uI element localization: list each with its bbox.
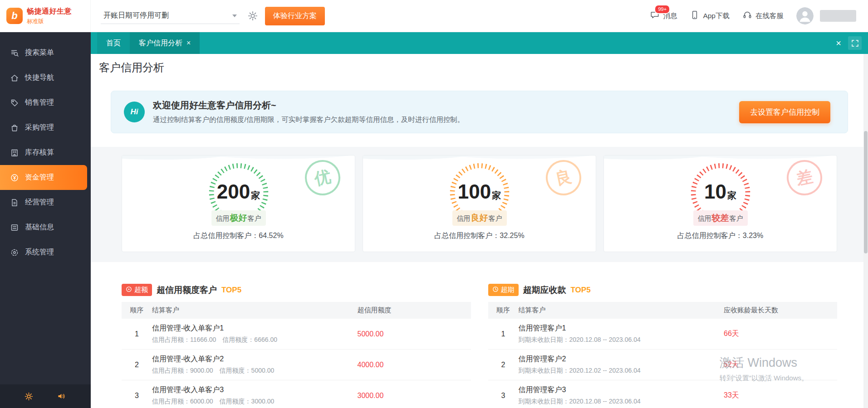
customer-detail: 信用占用额：9000.00 信用额度：5000.00: [152, 367, 353, 375]
top5-label: TOP5: [571, 286, 591, 295]
customer-detail: 到期未收款日期：2020.12.08 -- 2023.06.04: [519, 336, 720, 344]
vertical-scrollbar[interactable]: [863, 54, 868, 408]
table-heading: 超期 超期应收款 TOP5: [488, 284, 838, 296]
scrollbar-thumb[interactable]: [864, 131, 868, 253]
industry-solution-button[interactable]: 体验行业方案: [265, 7, 325, 25]
table-header: 顺序 结算客户 超信用额度: [122, 302, 471, 319]
phone-icon: [690, 10, 700, 22]
topbar-right-cluster: 99+ 消息 App下载 在线客服: [650, 7, 868, 24]
customer-name: 信用管理客户1: [519, 324, 720, 333]
messages-button[interactable]: 99+ 消息: [650, 10, 677, 22]
close-tab-icon[interactable]: ×: [186, 39, 191, 47]
column-header: 超信用额度: [358, 306, 471, 315]
customer-name: 信用管理客户2: [519, 355, 720, 364]
overdue-days-value: 33天: [724, 391, 837, 400]
banner-title: 欢迎使用好生意客户信用分析~: [153, 99, 464, 112]
customer-name: 信用管理-收入单客户2: [152, 355, 353, 364]
overdue-badge: 超期: [488, 284, 519, 296]
over-credit-value: 3000.00: [358, 392, 471, 400]
over-credit-table-section: 超额 超信用额度客户 TOP5 顺序 结算客户 超信用额度 1 信用管理-收入单…: [122, 284, 471, 408]
sidebar-item-label: 基础信息: [25, 223, 54, 232]
app-download-button[interactable]: App下载: [690, 10, 730, 22]
stamp-good: 良: [543, 157, 585, 199]
gauge-cards: 200家 信用极好客户 占总信用控制客户：64.52% 优 100家 信用良好: [122, 155, 837, 252]
stamp-excellent: 优: [302, 157, 344, 199]
tab-bar: 首页 客户信用分析 × ×: [91, 32, 868, 54]
sidebar-item-base-info[interactable]: 基础信息: [0, 215, 91, 240]
table-row: 2 信用管理客户2到期未收款日期：2020.12.02 -- 2023.06.0…: [488, 350, 838, 380]
top5-label: TOP5: [221, 286, 241, 295]
sidebar-item-sales[interactable]: 销售管理: [0, 90, 91, 115]
message-count-badge: 99+: [654, 5, 670, 14]
sidebar-item-label: 搜索菜单: [25, 48, 54, 58]
setup-credit-control-button[interactable]: 去设置客户信用控制: [739, 101, 830, 123]
overdue-days-value: 52天: [724, 360, 837, 369]
user-avatar[interactable]: [796, 7, 814, 24]
document-icon: [10, 198, 19, 207]
grade-badge: 信用极好客户: [211, 210, 266, 226]
brand[interactable]: b 畅捷通好生意 标准版: [0, 0, 91, 32]
tab-home[interactable]: 首页: [97, 32, 130, 54]
overdue-receivable-table: 顺序 结算客户 应收账龄最长天数 1 信用管理客户1到期未收款日期：2020.1…: [488, 302, 838, 408]
sidebar-item-operations[interactable]: 经营管理: [0, 190, 91, 215]
settings-gear-icon[interactable]: [248, 11, 258, 21]
sidebar-item-search-menu[interactable]: 搜索菜单: [0, 40, 91, 65]
customer-name: 信用管理-收入单客户3: [152, 385, 353, 395]
over-credit-value: 4000.00: [358, 361, 471, 369]
row-index: 3: [488, 392, 519, 400]
sidebar-item-label: 库存核算: [25, 148, 54, 157]
user-name-redacted: [820, 10, 856, 22]
over-credit-value: 5000.00: [358, 330, 471, 338]
table-row: 1 信用管理-收入单客户1信用占用额：11666.00 信用额度：6666.00…: [122, 319, 471, 350]
sidebar-item-purchase[interactable]: 采购管理: [0, 115, 91, 140]
sidebar-item-funds[interactable]: 资金管理: [0, 165, 87, 190]
over-credit-badge: 超额: [122, 284, 152, 296]
tab-actions: ×: [832, 32, 868, 54]
settings-gear-icon[interactable]: [25, 392, 33, 401]
target-icon: [126, 286, 132, 294]
stamp-poor: 差: [784, 157, 826, 199]
sidebar-item-label: 系统管理: [25, 248, 54, 257]
table-row: 3 信用管理-收入单客户3信用占用额：6000.00 信用额度：3000.00 …: [122, 380, 471, 408]
row-index: 3: [122, 392, 152, 400]
sidebar-bottom-bar: [0, 384, 91, 408]
customer-detail: 信用占用额：11666.00 信用额度：6666.00: [152, 336, 353, 344]
sidebar: 搜索菜单 快捷导航 销售管理 采购管理 库存核算 资金管理 经营管理 基础信息 …: [0, 32, 91, 408]
table-row: 1 信用管理客户1到期未收款日期：2020.12.08 -- 2023.06.0…: [488, 319, 838, 350]
row-index: 2: [122, 361, 152, 369]
account-date-dropdown[interactable]: 开账日期可停用可删: [101, 8, 240, 24]
fullscreen-icon[interactable]: [848, 36, 862, 50]
gauge-value: 100家: [441, 182, 518, 202]
grade-badge: 信用较差客户: [693, 210, 748, 226]
sidebar-item-label: 采购管理: [25, 123, 54, 132]
banner-section: Hi 欢迎使用好生意客户信用分析~ 通过控制结算客户的信用额度/信用期限，可实时…: [91, 81, 868, 147]
sidebar-item-label: 资金管理: [25, 173, 54, 182]
percent-label: 占总信用控制客户：3.23%: [677, 231, 763, 241]
system-icon: [10, 248, 19, 257]
app-download-label: App下载: [703, 11, 730, 21]
overdue-days-value: 66天: [724, 329, 837, 339]
page-title: 客户信用分析: [91, 54, 868, 81]
credit-card-excellent: 200家 信用极好客户 占总信用控制客户：64.52% 优: [122, 155, 355, 252]
brand-logo-icon: b: [6, 8, 23, 24]
tab-customer-credit-analysis[interactable]: 客户信用分析 ×: [130, 32, 200, 54]
chevron-down-icon: [232, 15, 237, 17]
search-menu-icon: [10, 49, 19, 58]
online-service-button[interactable]: 在线客服: [742, 10, 784, 22]
table-heading: 超额 超信用额度客户 TOP5: [122, 284, 471, 296]
customer-detail: 到期未收款日期：2020.12.08 -- 2023.06.04: [519, 398, 720, 406]
brand-text: 畅捷通好生意 标准版: [27, 7, 72, 25]
sidebar-item-system[interactable]: 系统管理: [0, 240, 91, 265]
table-title: 超期应收款: [523, 284, 566, 296]
sidebar-item-quick-nav[interactable]: 快捷导航: [0, 65, 91, 90]
over-credit-table: 顺序 结算客户 超信用额度 1 信用管理-收入单客户1信用占用额：11666.0…: [122, 302, 471, 408]
customer-name: 信用管理客户3: [519, 385, 720, 395]
tab-label: 客户信用分析: [139, 39, 182, 48]
speaker-icon[interactable]: [57, 392, 66, 401]
bag-icon: [10, 123, 19, 132]
welcome-banner: Hi 欢迎使用好生意客户信用分析~ 通过控制结算客户的信用额度/信用期限，可实时…: [111, 91, 848, 133]
table-row: 2 信用管理-收入单客户2信用占用额：9000.00 信用额度：5000.00 …: [122, 350, 471, 380]
sidebar-item-inventory[interactable]: 库存核算: [0, 140, 91, 165]
close-window-icon[interactable]: ×: [832, 36, 845, 50]
grade-badge: 信用良好客户: [452, 210, 507, 226]
